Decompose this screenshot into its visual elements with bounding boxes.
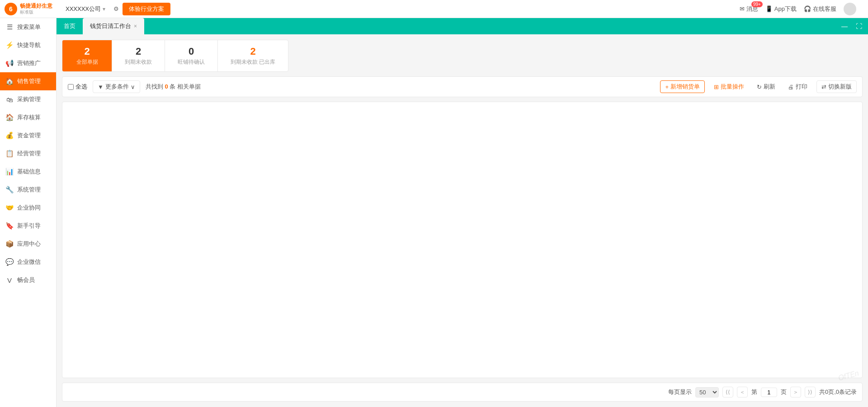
sidebar-icon-sales-mgmt: 🏠 bbox=[5, 77, 14, 85]
logo-text: 畅捷通好生意 标准版 bbox=[20, 3, 52, 14]
sidebar-label-sys-mgmt: 系统管理 bbox=[17, 186, 41, 194]
pagination: 每页显示 50 20 100 ⟨⟨ ＜ 第 页 ＞ ⟩⟩ 共0页,0条记录 bbox=[62, 383, 863, 402]
sidebar-icon-basic-info: 📊 bbox=[5, 168, 14, 176]
sidebar-item-capital-mgmt[interactable]: 💰 资金管理 bbox=[0, 126, 56, 145]
result-text: 共找到 0 条 相关单据 bbox=[146, 83, 201, 91]
sidebar-item-newbie-guide[interactable]: 🔖 新手引导 bbox=[0, 217, 56, 235]
batch-ops-button[interactable]: ⊞ 批量操作 bbox=[710, 81, 748, 93]
sidebar-item-purchase-mgmt[interactable]: 🛍 采购管理 bbox=[0, 90, 56, 108]
app-download-button[interactable]: 📱 App下载 bbox=[765, 5, 797, 13]
stat-number-all: 2 bbox=[75, 46, 99, 57]
main-content: 首页 钱货日清工作台 × — ⛶ 2 全部单据 2 到期未收款 0 旺铺待确认 bbox=[57, 18, 868, 407]
refresh-icon: ↻ bbox=[757, 84, 762, 90]
sidebar-item-marketing[interactable]: 📢 营销推广 bbox=[0, 54, 56, 72]
sidebar-icon-corp-collab: 🤝 bbox=[5, 204, 14, 212]
page-size-label: 每页显示 bbox=[668, 388, 692, 396]
result-suffix: 条 相关单据 bbox=[170, 83, 201, 90]
message-icon: ✉ bbox=[740, 5, 745, 12]
sidebar-icon-member: V bbox=[5, 276, 14, 284]
sidebar-item-quick-nav[interactable]: ⚡ 快捷导航 bbox=[0, 36, 56, 54]
page-label-after: 页 bbox=[781, 388, 787, 396]
print-icon: 🖨 bbox=[788, 84, 794, 90]
stat-card-overdue-shipped[interactable]: 2 到期未收款 已出库 bbox=[218, 40, 288, 71]
switch-label: 切换新版 bbox=[828, 83, 852, 91]
sidebar-label-member: 畅会员 bbox=[17, 276, 35, 284]
sidebar-item-sales-mgmt[interactable]: 🏠 销售管理 bbox=[0, 72, 56, 90]
print-button[interactable]: 🖨 打印 bbox=[784, 81, 811, 93]
new-sales-order-button[interactable]: + 新增销货单 bbox=[660, 80, 705, 93]
sidebar-label-ops-mgmt: 经营管理 bbox=[17, 150, 41, 158]
sidebar-item-search-menu[interactable]: ☰ 搜索菜单 bbox=[0, 18, 56, 36]
tab-close-button[interactable]: × bbox=[134, 23, 137, 29]
select-all-checkbox[interactable]: 全选 bbox=[68, 83, 87, 91]
refresh-button[interactable]: ↻ 刷新 bbox=[753, 81, 779, 93]
batch-label: 批量操作 bbox=[721, 83, 744, 91]
gear-icon: ⚙ bbox=[113, 5, 119, 12]
stat-label-all: 全部单据 bbox=[75, 58, 99, 66]
filter-icon: ▼ bbox=[98, 84, 104, 90]
top-header: 6 畅捷通好生意 标准版 XXXXXX公司 ▾ ⚙ 体验行业方案 ✉ 消息 99… bbox=[0, 0, 868, 18]
more-filters-button[interactable]: ▼ 更多条件 ∨ bbox=[93, 80, 140, 93]
trial-button[interactable]: 体验行业方案 bbox=[123, 3, 170, 15]
sidebar-item-corp-wechat[interactable]: 💬 企业微信 bbox=[0, 253, 56, 271]
message-button[interactable]: ✉ 消息 99+ bbox=[740, 5, 758, 13]
sidebar-icon-newbie-guide: 🔖 bbox=[5, 222, 14, 230]
message-badge: 99+ bbox=[751, 1, 763, 7]
sidebar-label-newbie-guide: 新手引导 bbox=[17, 222, 41, 230]
select-all-input[interactable] bbox=[68, 84, 74, 90]
online-service-button[interactable]: 🎧 在线客服 bbox=[804, 5, 836, 13]
stat-card-wangpu[interactable]: 0 旺铺待确认 bbox=[165, 40, 218, 71]
stat-label-wangpu: 旺铺待确认 bbox=[178, 58, 205, 66]
sidebar-label-inventory: 库存核算 bbox=[17, 113, 41, 122]
sidebar-item-corp-collab[interactable]: 🤝 企业协同 bbox=[0, 199, 56, 217]
tab-controls: — ⛶ bbox=[839, 21, 868, 32]
sidebar-item-inventory[interactable]: 🏠 库存核算 bbox=[0, 108, 56, 126]
switch-version-button[interactable]: ⇄ 切换新版 bbox=[816, 80, 857, 93]
stat-card-all[interactable]: 2 全部单据 bbox=[62, 40, 112, 71]
page-size-select[interactable]: 50 20 100 bbox=[695, 387, 719, 398]
app-download-icon: 📱 bbox=[765, 5, 773, 12]
tab-maximize-button[interactable]: ⛶ bbox=[854, 21, 864, 32]
settings-button[interactable]: ⚙ bbox=[110, 3, 123, 15]
company-selector[interactable]: XXXXXX公司 ▾ bbox=[61, 5, 110, 13]
sidebar-item-ops-mgmt[interactable]: 📋 经营管理 bbox=[0, 145, 56, 163]
page-next-button[interactable]: ＞ bbox=[790, 387, 801, 398]
sidebar-item-basic-info[interactable]: 📊 基础信息 bbox=[0, 163, 56, 181]
tab-minimize-button[interactable]: — bbox=[839, 21, 850, 32]
online-service-icon: 🎧 bbox=[804, 5, 811, 12]
page-number-input[interactable] bbox=[761, 388, 777, 397]
sidebar-item-member[interactable]: V 畅会员 bbox=[0, 271, 56, 289]
table-empty-state bbox=[62, 102, 862, 378]
stat-label-overdue-shipped: 到期未收款 已出库 bbox=[231, 58, 275, 66]
logo-icon: 6 bbox=[5, 3, 17, 15]
sidebar-icon-corp-wechat: 💬 bbox=[5, 258, 14, 266]
avatar[interactable] bbox=[844, 3, 856, 15]
sidebar-item-sys-mgmt[interactable]: 🔧 系统管理 bbox=[0, 181, 56, 199]
sidebar-label-purchase-mgmt: 采购管理 bbox=[17, 95, 41, 103]
stat-card-overdue[interactable]: 2 到期未收款 bbox=[112, 40, 165, 71]
logo-title: 畅捷通好生意 bbox=[20, 3, 52, 9]
more-filters-label: 更多条件 bbox=[105, 83, 129, 91]
company-dropdown-icon: ▾ bbox=[103, 6, 105, 12]
page-first-button[interactable]: ⟨⟨ bbox=[722, 387, 733, 398]
sidebar-item-app-center[interactable]: 📦 应用中心 bbox=[0, 235, 56, 253]
stats-cards: 2 全部单据 2 到期未收款 0 旺铺待确认 2 到期未收款 已出库 bbox=[62, 40, 288, 72]
filter-dropdown-icon: ∨ bbox=[131, 84, 135, 90]
sidebar: ☰ 搜索菜单 ⚡ 快捷导航 📢 营销推广 🏠 销售管理 🛍 采购管理 🏠 库存核… bbox=[0, 18, 57, 407]
sidebar-icon-search-menu: ☰ bbox=[5, 23, 14, 31]
page-prev-button[interactable]: ＜ bbox=[737, 387, 748, 398]
logo-area: 6 畅捷通好生意 标准版 bbox=[5, 3, 61, 15]
sidebar-label-sales-mgmt: 销售管理 bbox=[17, 77, 41, 85]
online-service-label: 在线客服 bbox=[813, 5, 836, 13]
tab-home[interactable]: 首页 bbox=[57, 18, 83, 34]
stat-number-overdue: 2 bbox=[125, 46, 152, 57]
sidebar-icon-marketing: 📢 bbox=[5, 59, 14, 67]
select-all-label: 全选 bbox=[75, 83, 87, 91]
stat-label-overdue: 到期未收款 bbox=[125, 58, 152, 66]
page-last-button[interactable]: ⟩⟩ bbox=[805, 387, 816, 398]
tab-workbench[interactable]: 钱货日清工作台 × bbox=[83, 18, 144, 34]
sidebar-label-capital-mgmt: 资金管理 bbox=[17, 131, 41, 140]
stat-number-overdue-shipped: 2 bbox=[231, 46, 275, 57]
header-right: ✉ 消息 99+ 📱 App下载 🎧 在线客服 bbox=[740, 3, 863, 15]
toolbar-right: + 新增销货单 ⊞ 批量操作 ↻ 刷新 🖨 打印 bbox=[660, 80, 857, 93]
